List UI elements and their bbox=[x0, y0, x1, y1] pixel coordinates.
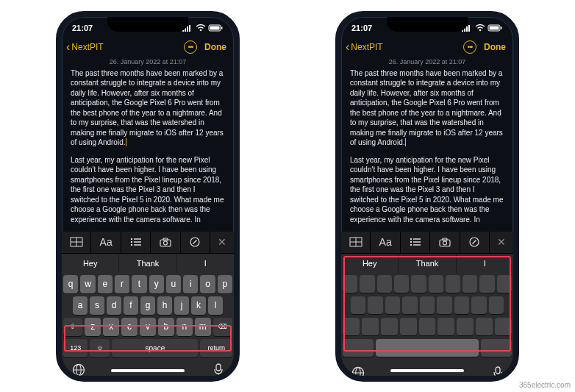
key-t[interactable]: t bbox=[132, 275, 146, 293]
trackpad-key[interactable] bbox=[429, 275, 443, 293]
key-a[interactable]: a bbox=[73, 296, 88, 315]
format-list-button[interactable] bbox=[121, 232, 151, 253]
key-x[interactable]: x bbox=[103, 318, 119, 336]
key-i[interactable]: i bbox=[183, 275, 198, 293]
suggestion-2[interactable]: Thank bbox=[399, 254, 456, 273]
key-z[interactable]: z bbox=[85, 318, 101, 336]
home-indicator[interactable] bbox=[111, 369, 185, 372]
markup-icon[interactable] bbox=[460, 232, 490, 253]
trackpad-key[interactable] bbox=[446, 275, 460, 293]
markup-icon[interactable] bbox=[181, 232, 210, 253]
key-k[interactable]: k bbox=[191, 296, 206, 315]
key-d[interactable]: d bbox=[107, 296, 121, 315]
trackpad-key[interactable] bbox=[497, 275, 512, 293]
trackpad-key[interactable] bbox=[411, 275, 426, 293]
key-j[interactable]: j bbox=[174, 296, 189, 315]
done-button[interactable]: Done bbox=[484, 42, 506, 52]
camera-icon[interactable] bbox=[430, 232, 460, 253]
suggestion-1[interactable]: Hey bbox=[341, 254, 399, 273]
suggestion-3[interactable]: I bbox=[457, 254, 513, 273]
key-o[interactable]: o bbox=[200, 275, 215, 293]
close-icon[interactable]: ✕ bbox=[490, 232, 513, 253]
format-bar: Aa ✕ bbox=[62, 232, 234, 254]
key-f[interactable]: f bbox=[124, 296, 138, 315]
trackpad-key[interactable] bbox=[481, 339, 512, 357]
return-key[interactable]: return bbox=[200, 339, 232, 357]
key-v[interactable]: v bbox=[140, 318, 156, 336]
trackpad-space[interactable] bbox=[376, 339, 479, 357]
text-cursor bbox=[126, 138, 126, 146]
trackpad-key[interactable] bbox=[343, 318, 360, 335]
wifi-icon bbox=[196, 24, 206, 32]
suggestion-1[interactable]: Hey bbox=[62, 254, 119, 273]
svg-point-30 bbox=[479, 29, 482, 31]
key-c[interactable]: c bbox=[121, 318, 138, 336]
more-button[interactable]: ••• bbox=[463, 40, 476, 54]
trackpad-key[interactable] bbox=[381, 318, 398, 335]
trackpad-key[interactable] bbox=[343, 275, 357, 293]
trackpad-key[interactable] bbox=[362, 318, 379, 335]
numbers-key[interactable]: 123 bbox=[63, 339, 88, 357]
trackpad-key[interactable] bbox=[400, 318, 417, 335]
key-r[interactable]: r bbox=[115, 275, 129, 293]
format-list-button[interactable] bbox=[401, 232, 430, 253]
trackpad-key[interactable] bbox=[419, 318, 436, 335]
home-indicator[interactable] bbox=[390, 369, 464, 372]
trackpad-key[interactable] bbox=[360, 275, 374, 293]
key-l[interactable]: l bbox=[208, 296, 223, 315]
trackpad-key[interactable] bbox=[377, 275, 392, 293]
more-button[interactable]: ••• bbox=[184, 40, 197, 54]
trackpad-key[interactable] bbox=[385, 296, 400, 314]
key-b[interactable]: b bbox=[158, 318, 174, 336]
trackpad-key[interactable] bbox=[343, 339, 374, 357]
trackpad-key[interactable] bbox=[402, 296, 417, 314]
svg-rect-24 bbox=[216, 364, 221, 371]
format-table-button[interactable] bbox=[341, 232, 371, 253]
key-e[interactable]: e bbox=[98, 275, 113, 293]
mic-icon[interactable] bbox=[493, 366, 503, 382]
mic-icon[interactable] bbox=[213, 363, 224, 379]
trackpad-key[interactable] bbox=[368, 296, 382, 314]
key-w[interactable]: w bbox=[80, 275, 95, 293]
key-s[interactable]: s bbox=[90, 296, 104, 315]
note-date: 26. January 2022 at 21:07 bbox=[62, 58, 234, 65]
trackpad-key[interactable] bbox=[479, 275, 494, 293]
key-u[interactable]: u bbox=[166, 275, 181, 293]
key-y[interactable]: y bbox=[149, 275, 164, 293]
done-button[interactable]: Done bbox=[204, 42, 226, 52]
key-q[interactable]: q bbox=[63, 275, 78, 293]
key-p[interactable]: p bbox=[218, 275, 232, 293]
trackpad-key[interactable] bbox=[437, 296, 451, 314]
trackpad-key[interactable] bbox=[420, 296, 435, 314]
trackpad-key[interactable] bbox=[495, 318, 512, 335]
format-text-button[interactable]: Aa bbox=[371, 232, 400, 253]
back-button[interactable]: ‹ NextPIT bbox=[346, 41, 383, 53]
space-key[interactable]: space bbox=[112, 339, 198, 357]
globe-icon[interactable] bbox=[351, 366, 365, 382]
trackpad-key[interactable] bbox=[476, 318, 493, 335]
trackpad-key[interactable] bbox=[489, 296, 504, 314]
format-text-button[interactable]: Aa bbox=[91, 232, 121, 253]
suggestion-3[interactable]: I bbox=[177, 254, 234, 273]
close-icon[interactable]: ✕ bbox=[210, 232, 234, 253]
globe-icon[interactable] bbox=[72, 363, 85, 379]
trackpad-key[interactable] bbox=[351, 296, 365, 314]
camera-icon[interactable] bbox=[151, 232, 180, 253]
shift-key[interactable]: ⇧ bbox=[63, 318, 82, 336]
trackpad-key[interactable] bbox=[394, 275, 409, 293]
trackpad-key[interactable] bbox=[457, 318, 474, 335]
trackpad-key[interactable] bbox=[471, 296, 486, 314]
trackpad-key[interactable] bbox=[438, 318, 454, 335]
suggestion-2[interactable]: Thank bbox=[119, 254, 176, 273]
trackpad-key[interactable] bbox=[463, 275, 477, 293]
phone-left: 21:07 ‹ NextPIT ••• bbox=[56, 11, 240, 382]
trackpad-key[interactable] bbox=[454, 296, 469, 314]
key-n[interactable]: n bbox=[176, 318, 193, 336]
emoji-key[interactable]: ☺ bbox=[90, 339, 110, 357]
key-h[interactable]: h bbox=[157, 296, 172, 315]
back-button[interactable]: ‹ NextPIT bbox=[66, 41, 104, 53]
format-table-button[interactable] bbox=[62, 232, 91, 253]
key-g[interactable]: g bbox=[140, 296, 155, 315]
key-⌫[interactable]: ⌫ bbox=[213, 318, 232, 336]
key-m[interactable]: m bbox=[195, 318, 211, 336]
